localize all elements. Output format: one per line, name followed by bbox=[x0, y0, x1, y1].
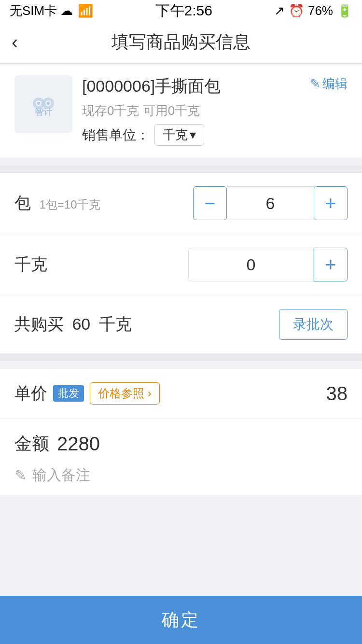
confirm-label: 确定 bbox=[162, 608, 200, 632]
edit-label: 编辑 bbox=[322, 75, 348, 92]
amount-row: 金额 2280 bbox=[14, 432, 348, 456]
back-button[interactable]: ‹ bbox=[12, 31, 18, 53]
alarm-icon: ⏰ bbox=[289, 3, 304, 18]
product-logo-icon: 智计 bbox=[27, 90, 60, 119]
kg-input[interactable] bbox=[188, 248, 314, 281]
bao-decrement-button[interactable]: − bbox=[193, 186, 227, 220]
bao-input-row: 包 1包=10千克 − + bbox=[0, 173, 362, 234]
amount-section: 金额 2280 ✎ 输入备注 bbox=[0, 419, 362, 495]
svg-point-5 bbox=[47, 102, 50, 105]
remark-row[interactable]: ✎ 输入备注 bbox=[14, 465, 348, 485]
price-label-group: 单价 批发 价格参照 › bbox=[14, 382, 160, 405]
bottom-padding bbox=[0, 495, 362, 553]
edit-icon: ✎ bbox=[310, 76, 320, 91]
product-stock: 现存0千克 可用0千克 bbox=[82, 102, 348, 119]
total-label: 共购买 60 千克 bbox=[14, 313, 132, 336]
wifi-icon: 📶 bbox=[78, 3, 93, 18]
pencil-icon: ✎ bbox=[14, 467, 27, 484]
unit-label: 销售单位： bbox=[82, 126, 150, 144]
bao-stepper: − + bbox=[193, 186, 348, 220]
price-value: 38 bbox=[326, 383, 348, 405]
total-unit: 千克 bbox=[99, 315, 132, 333]
total-amount: 60 bbox=[72, 315, 90, 333]
product-info: [0000006]手撕面包 现存0千克 可用0千克 销售单位： 千克 ▾ bbox=[82, 75, 348, 146]
svg-point-4 bbox=[37, 102, 40, 105]
kg-input-row: 千克 + bbox=[0, 234, 362, 295]
input-section: 包 1包=10千克 − + 千克 + bbox=[0, 173, 362, 295]
kg-label: 千克 bbox=[14, 253, 188, 276]
chevron-down-icon: ▾ bbox=[190, 127, 196, 142]
amount-label: 金额 bbox=[14, 432, 49, 456]
price-reference-button[interactable]: 价格参照 › bbox=[90, 382, 160, 405]
unit-value: 千克 bbox=[163, 126, 188, 143]
bao-increment-button[interactable]: + bbox=[314, 186, 348, 220]
kg-stepper: + bbox=[188, 248, 348, 281]
product-unit-row: 销售单位： 千克 ▾ bbox=[82, 124, 348, 146]
svg-text:智计: 智计 bbox=[34, 107, 53, 117]
remark-input[interactable]: 输入备注 bbox=[32, 465, 90, 485]
page-title: 填写商品购买信息 bbox=[111, 30, 251, 54]
amount-value: 2280 bbox=[57, 433, 100, 455]
section-separator-1 bbox=[0, 165, 362, 173]
price-row: 单价 批发 价格参照 › 38 bbox=[14, 382, 348, 405]
edit-button[interactable]: ✎ 编辑 bbox=[310, 75, 348, 92]
status-left: 无SIM卡 ☁ 📶 bbox=[10, 2, 93, 19]
unit-select[interactable]: 千克 ▾ bbox=[154, 124, 204, 146]
price-label: 单价 bbox=[14, 382, 47, 405]
battery-icon: 🔋 bbox=[337, 3, 352, 18]
price-section: 单价 批发 价格参照 › 38 bbox=[0, 369, 362, 419]
confirm-button[interactable]: 确定 bbox=[0, 596, 362, 644]
bao-input[interactable] bbox=[227, 186, 314, 220]
no-sim-text: 无SIM卡 ☁ bbox=[10, 2, 73, 19]
record-batch-button[interactable]: 录批次 bbox=[279, 309, 348, 340]
price-badge: 批发 bbox=[53, 385, 84, 402]
nav-bar: ‹ 填写商品购买信息 bbox=[0, 21, 362, 64]
product-image: 智计 bbox=[14, 75, 72, 133]
section-separator-2 bbox=[0, 353, 362, 361]
product-card: 智计 [0000006]手撕面包 现存0千克 可用0千克 销售单位： 千克 ▾ … bbox=[0, 64, 362, 157]
bao-label: 包 1包=10千克 bbox=[14, 192, 193, 214]
status-right: ↗ ⏰ 76% 🔋 bbox=[274, 3, 352, 18]
status-time: 下午2:56 bbox=[155, 1, 212, 21]
location-icon: ↗ bbox=[274, 3, 285, 18]
product-name: [0000006]手撕面包 bbox=[82, 75, 348, 98]
kg-increment-button[interactable]: + bbox=[314, 248, 348, 281]
bao-sub-label: 1包=10千克 bbox=[39, 198, 100, 211]
status-bar: 无SIM卡 ☁ 📶 下午2:56 ↗ ⏰ 76% 🔋 bbox=[0, 0, 362, 21]
total-row: 共购买 60 千克 录批次 bbox=[0, 295, 362, 353]
battery-text: 76% bbox=[308, 3, 333, 18]
